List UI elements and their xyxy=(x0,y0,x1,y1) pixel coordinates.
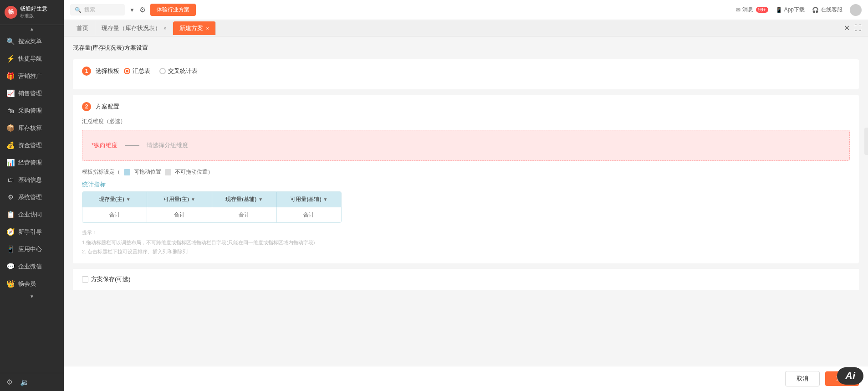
user-avatar[interactable] xyxy=(850,4,862,16)
settings-icon[interactable]: ⚙ xyxy=(6,378,13,386)
tip-2: 2. 点击标题栏下拉可设置排序、插入列和删除列 xyxy=(82,247,850,257)
search-placeholder: 搜索 xyxy=(84,6,95,14)
member-icon: 👑 xyxy=(6,280,15,288)
tips-section: 提示： 1.拖动标题栏可以调整布局，不可跨维度或指标区域拖动栏目字段(只能在同一… xyxy=(82,228,850,256)
sidebar-item-sales[interactable]: 📈 销售管理 xyxy=(0,85,64,102)
main-area: 🔍 搜索 ▼ ⚙ 体验行业方案 ✉ 消息 99+ 📱 App下载 🎧 在线客服 xyxy=(64,0,868,391)
step1-title: 选择模板 xyxy=(96,67,119,75)
sidebar-item-basic[interactable]: 🗂 基础信息 xyxy=(0,171,64,189)
sidebar-item-operations[interactable]: 📊 经营管理 xyxy=(0,154,64,171)
right-edge-btn[interactable] xyxy=(864,128,868,155)
cell-2: 合计 xyxy=(212,207,277,222)
sidebar-item-shortcut[interactable]: ⚡ 快捷导航 xyxy=(0,50,64,67)
radio-cross-dot xyxy=(159,68,166,74)
trial-btn[interactable]: 体验行业方案 xyxy=(150,4,196,16)
col-label-0: 现存量(主) xyxy=(99,196,124,203)
col-dropdown-2[interactable]: ▼ xyxy=(258,197,263,202)
app-edition: 标准版 xyxy=(20,13,47,19)
modal-close-btn[interactable]: ✕ xyxy=(844,24,850,32)
stats-section-label: 统计指标 xyxy=(82,180,850,189)
sidebar-item-marketing[interactable]: 🎁 营销推广 xyxy=(0,67,64,85)
wechat-icon: 💬 xyxy=(6,262,15,271)
dim-arrow: —— xyxy=(125,141,139,149)
sidebar-item-label-guide: 新手引导 xyxy=(18,228,42,236)
sidebar-item-label-sales: 销售管理 xyxy=(18,89,42,98)
tabs-bar: 首页 现存量（库存状况表） × 新建方案 × ✕ ⛶ xyxy=(64,20,868,36)
save-checkbox-label[interactable]: 方案保存(可选) xyxy=(82,275,131,283)
app-download-btn[interactable]: 📱 App下载 xyxy=(776,6,805,14)
sidebar-item-contract[interactable]: 📋 企业协同 xyxy=(0,206,64,223)
cell-3: 合计 xyxy=(277,207,341,222)
tab-inventory-close[interactable]: × xyxy=(163,26,166,31)
sidebar-item-system[interactable]: ⚙ 系统管理 xyxy=(0,189,64,206)
cell-1: 合计 xyxy=(147,207,212,222)
basic-icon: 🗂 xyxy=(6,176,15,184)
draggable-badge xyxy=(124,169,130,175)
step2-number: 2 xyxy=(82,102,91,111)
step2-title: 方案配置 xyxy=(96,103,119,111)
content-area: 现存量(库存状况表)方案设置 1 选择模板 汇总表 交叉统计表 xyxy=(64,36,868,366)
search-bar[interactable]: 🔍 搜索 xyxy=(70,4,125,15)
col-label-2: 现存量(基辅) xyxy=(225,196,256,203)
tip-1: 1.拖动标题栏可以调整布局，不可跨维度或指标区域拖动栏目字段(只能在同一维度或指… xyxy=(82,238,850,247)
tab-home-label: 首页 xyxy=(77,24,88,32)
sidebar-item-label-shortcut: 快捷导航 xyxy=(18,55,42,63)
radio-summary-dot xyxy=(124,68,130,74)
topbar-dropdown[interactable]: ▼ xyxy=(129,7,135,13)
tab-inventory-label: 现存量（库存状况表） xyxy=(102,24,161,32)
cell-0: 合计 xyxy=(82,207,147,222)
cancel-button[interactable]: 取消 xyxy=(785,371,820,386)
tab-new-plan[interactable]: 新建方案 × xyxy=(173,21,215,35)
col-dropdown-1[interactable]: ▼ xyxy=(191,197,195,202)
shortcut-icon: ⚡ xyxy=(6,55,15,63)
online-service-btn[interactable]: 🎧 在线客服 xyxy=(812,6,842,14)
tab-new-plan-close[interactable]: × xyxy=(206,26,209,31)
sidebar-scroll-down[interactable]: ▼ xyxy=(0,293,64,300)
tab-new-plan-label: 新建方案 xyxy=(179,24,203,32)
sidebar: 畅 畅通好生意 标准版 ▲ 🔍 搜索菜单 ⚡ 快捷导航 🎁 营销推广 📈 销售管… xyxy=(0,0,64,391)
sidebar-item-inventory[interactable]: 📦 库存核算 xyxy=(0,119,64,137)
dimension-box[interactable]: *纵向维度 —— 请选择分组维度 xyxy=(82,130,850,161)
page-title: 现存量(库存状况表)方案设置 xyxy=(73,44,859,52)
non-draggable-badge xyxy=(165,169,171,175)
topbar-gear-icon[interactable]: ⚙ xyxy=(139,5,146,14)
col-header-0: 现存量(主) ▼ xyxy=(82,192,147,207)
tab-home[interactable]: 首页 xyxy=(70,21,95,35)
sidebar-item-label-system: 系统管理 xyxy=(18,193,42,201)
sidebar-item-finance[interactable]: 💰 资金管理 xyxy=(0,137,64,154)
message-btn[interactable]: ✉ 消息 99+ xyxy=(736,6,768,14)
audio-icon[interactable]: 🔉 xyxy=(20,378,29,386)
radio-cross[interactable]: 交叉统计表 xyxy=(159,67,198,75)
inventory-icon: 📦 xyxy=(6,124,15,132)
tab-inventory[interactable]: 现存量（库存状况表） × xyxy=(95,21,173,35)
sidebar-item-guide[interactable]: 🧭 新手引导 xyxy=(0,223,64,241)
save-checkbox[interactable] xyxy=(82,276,88,283)
sidebar-item-member[interactable]: 👑 畅会员 xyxy=(0,275,64,293)
sidebar-item-apps[interactable]: 📱 应用中心 xyxy=(0,241,64,258)
stats-table-header: 现存量(主) ▼ 可用量(主) ▼ 现存量(基辅) ▼ 可用量(基辅) ▼ xyxy=(82,192,341,207)
search-icon: 🔍 xyxy=(6,37,15,46)
col-dropdown-0[interactable]: ▼ xyxy=(126,197,131,202)
online-service-label: 在线客服 xyxy=(821,6,842,14)
radio-summary[interactable]: 汇总表 xyxy=(124,67,150,75)
sidebar-item-search[interactable]: 🔍 搜索菜单 xyxy=(0,33,64,50)
col-dropdown-3[interactable]: ▼ xyxy=(323,197,327,202)
dim-label: 汇总维度（必选） xyxy=(82,118,850,125)
col-header-1: 可用量(主) ▼ xyxy=(147,192,212,207)
app-logo-icon: 畅 xyxy=(5,6,17,19)
sidebar-item-label-inventory: 库存核算 xyxy=(18,124,42,132)
sidebar-item-wechat[interactable]: 💬 企业微信 xyxy=(0,258,64,275)
step1-header: 1 选择模板 汇总表 交叉统计表 xyxy=(82,67,850,76)
radio-cross-label: 交叉统计表 xyxy=(168,67,198,75)
apps-icon: 📱 xyxy=(6,245,15,253)
radio-summary-label: 汇总表 xyxy=(133,67,150,75)
sidebar-item-label-search: 搜索菜单 xyxy=(18,37,42,46)
sidebar-item-purchase[interactable]: 🛍 采购管理 xyxy=(0,102,64,119)
modal-expand-btn[interactable]: ⛶ xyxy=(854,24,862,32)
sidebar-scroll-up[interactable]: ▲ xyxy=(0,25,64,33)
sidebar-item-label-purchase: 采购管理 xyxy=(18,107,42,115)
dim-required-label: *纵向维度 xyxy=(92,141,117,149)
topbar: 🔍 搜索 ▼ ⚙ 体验行业方案 ✉ 消息 99+ 📱 App下载 🎧 在线客服 xyxy=(64,0,868,20)
app-download-label: App下载 xyxy=(784,6,805,14)
dim-placeholder: 请选择分组维度 xyxy=(147,141,188,149)
